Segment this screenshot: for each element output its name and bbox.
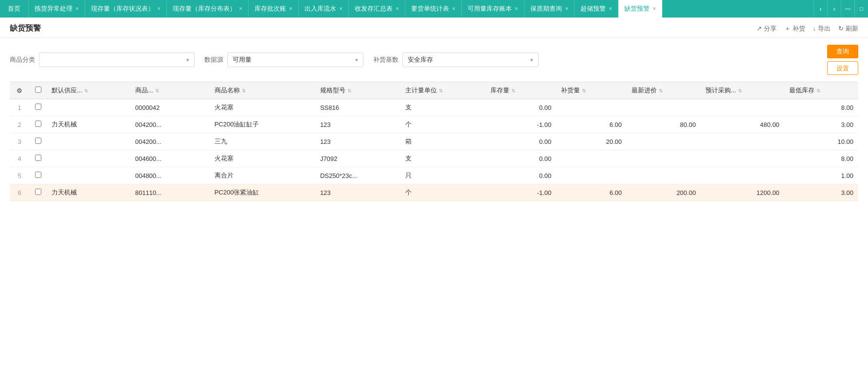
cell-checkbox-4[interactable] <box>29 167 47 184</box>
cell-unit-1: 个 <box>400 116 486 133</box>
cell-spec-1: 123 <box>315 116 400 133</box>
refresh-button[interactable]: ↻ 刷新 <box>838 24 858 33</box>
nav-tab-order-stat[interactable]: 要货单统计表 × <box>405 0 462 18</box>
table-row: 4 004600... 火花塞 J7092 支 0.00 8.00 <box>10 150 858 167</box>
cell-minstock-2: 10.00 <box>784 133 858 150</box>
sort-replenish-icon: ⇅ <box>582 88 586 93</box>
nav-tab-overstock[interactable]: 超储预警 × <box>575 0 618 18</box>
cell-index-2: 3 <box>10 133 29 150</box>
replenish-base-select[interactable]: 安全库存 ▾ <box>402 53 539 67</box>
close-tab-batch[interactable]: × <box>289 5 292 12</box>
column-latest-price[interactable]: 最新进价 ⇅ <box>627 82 701 99</box>
close-tab-overstock[interactable]: × <box>609 5 612 12</box>
column-forecast-purchase[interactable]: 预计采购... ⇅ <box>701 82 784 99</box>
close-tab-collect[interactable]: × <box>396 5 399 12</box>
cell-unit-5: 个 <box>400 184 486 201</box>
nav-tab-abnormal[interactable]: 拣货异常处理 × <box>29 0 85 18</box>
column-min-stock[interactable]: 最低库存 ⇅ <box>784 82 858 99</box>
cell-checkbox-3[interactable] <box>29 150 47 167</box>
close-tab-expiry[interactable]: × <box>565 5 568 12</box>
row-checkbox-4[interactable] <box>35 172 41 178</box>
cell-spec-5: 123 <box>315 184 400 201</box>
settings-button[interactable]: 设置 <box>827 61 858 75</box>
replenish-base-label: 补货基数 <box>373 55 398 64</box>
cell-forecast-2 <box>701 133 784 150</box>
cell-checkbox-0[interactable] <box>29 99 47 116</box>
query-button[interactable]: 查询 <box>827 45 858 58</box>
nav-tab-home[interactable]: 首页 <box>0 0 29 18</box>
cell-unit-4: 只 <box>400 167 486 184</box>
cell-index-1: 2 <box>10 116 29 133</box>
select-all-checkbox[interactable] <box>35 87 41 93</box>
sort-supplier-icon: ⇅ <box>84 88 88 93</box>
row-checkbox-2[interactable] <box>35 138 41 144</box>
cell-replenish-0 <box>556 99 627 116</box>
row-checkbox-3[interactable] <box>35 155 41 161</box>
row-checkbox-0[interactable] <box>35 104 41 110</box>
close-tab-order-stat[interactable]: × <box>452 5 455 12</box>
cell-unit-0: 支 <box>400 99 486 116</box>
cell-minstock-5: 3.00 <box>784 184 858 201</box>
nav-tab-avail-ledger[interactable]: 可用量库存账本 × <box>462 0 524 18</box>
cell-code-5: 801110... <box>130 184 210 201</box>
column-stock[interactable]: 库存量 ⇅ <box>486 82 556 99</box>
sort-price-icon: ⇅ <box>659 88 663 93</box>
cell-supplier-5: 力天机械 <box>47 184 130 201</box>
cell-spec-4: DS250*23c... <box>315 167 400 184</box>
share-button[interactable]: ↗ 分享 <box>757 24 777 33</box>
close-tab-abnormal[interactable]: × <box>75 5 79 12</box>
datasource-select[interactable]: 可用量 ▾ <box>227 53 363 67</box>
replenish-base-chevron-icon: ▾ <box>530 57 533 63</box>
cell-replenish-3 <box>556 150 627 167</box>
nav-tab-expiry[interactable]: 保质期查询 × <box>524 0 575 18</box>
column-checkbox-header[interactable] <box>29 82 47 99</box>
nav-scroll-right[interactable]: › <box>827 0 841 18</box>
column-supplier[interactable]: 默认供应... ⇅ <box>47 82 130 99</box>
column-settings-icon[interactable]: ⚙ <box>10 82 29 99</box>
nav-tab-collect[interactable]: 收发存汇总表 × <box>349 0 405 18</box>
cell-replenish-1: 6.00 <box>556 116 627 133</box>
column-replenish[interactable]: 补货量 ⇅ <box>556 82 627 99</box>
header-actions: ↗ 分享 ＋ 补货 ↓ 导出 ↻ 刷新 <box>757 24 859 33</box>
export-button[interactable]: ↓ 导出 <box>813 24 831 33</box>
category-chevron-icon: ▾ <box>186 57 189 63</box>
table-header-row: ⚙ 默认供应... ⇅ 商品... ⇅ <box>10 82 858 99</box>
cell-checkbox-2[interactable] <box>29 133 47 150</box>
nav-tab-batch[interactable]: 库存批次账 × <box>249 0 299 18</box>
replenish-button[interactable]: ＋ 补货 <box>784 24 805 33</box>
column-name[interactable]: 商品名称 ⇅ <box>210 82 315 99</box>
row-checkbox-1[interactable] <box>35 121 41 127</box>
close-tab-stock-status[interactable]: × <box>157 5 161 12</box>
close-tab-inout[interactable]: × <box>339 5 343 12</box>
nav-tab-stock-status[interactable]: 现存量（库存状况表） × <box>85 0 167 18</box>
table-row: 6 力天机械 801110... PC200张紧油缸 123 个 -1.00 6… <box>10 184 858 201</box>
cell-replenish-4 <box>556 167 627 184</box>
column-code[interactable]: 商品... ⇅ <box>130 82 210 99</box>
nav-maximize[interactable]: □ <box>854 0 868 18</box>
nav-minimize[interactable]: — <box>841 0 854 18</box>
sort-stock-icon: ⇅ <box>511 88 515 93</box>
cell-spec-3: J7092 <box>315 150 400 167</box>
column-spec[interactable]: 规格型号 ⇅ <box>315 82 400 99</box>
close-tab-stock-dist[interactable]: × <box>239 5 242 12</box>
nav-tab-stock-dist[interactable]: 现存量（库存分布表） × <box>167 0 249 18</box>
cell-replenish-5: 6.00 <box>556 184 627 201</box>
cell-checkbox-1[interactable] <box>29 116 47 133</box>
column-unit[interactable]: 主计量单位 ⇅ <box>400 82 486 99</box>
nav-scroll-left[interactable]: ‹ <box>814 0 827 18</box>
top-navigation: 首页 拣货异常处理 × 现存量（库存状况表） × 现存量（库存分布表） × 库存… <box>0 0 868 18</box>
nav-tab-shortage[interactable]: 缺货预警 × <box>618 0 662 18</box>
category-select[interactable]: ▾ <box>39 53 195 67</box>
close-tab-avail-ledger[interactable]: × <box>515 5 518 12</box>
cell-forecast-4 <box>701 167 784 184</box>
datasource-chevron-icon: ▾ <box>355 57 358 63</box>
row-checkbox-5[interactable] <box>35 189 41 195</box>
sort-spec-icon: ⇅ <box>347 88 351 93</box>
close-tab-shortage[interactable]: × <box>652 5 656 12</box>
table-container: ⚙ 默认供应... ⇅ 商品... ⇅ <box>0 82 868 201</box>
cell-forecast-1: 480.00 <box>701 116 784 133</box>
cell-stock-3: 0.00 <box>486 150 556 167</box>
cell-unit-3: 支 <box>400 150 486 167</box>
cell-checkbox-5[interactable] <box>29 184 47 201</box>
nav-tab-inout[interactable]: 出入库流水 × <box>299 0 349 18</box>
